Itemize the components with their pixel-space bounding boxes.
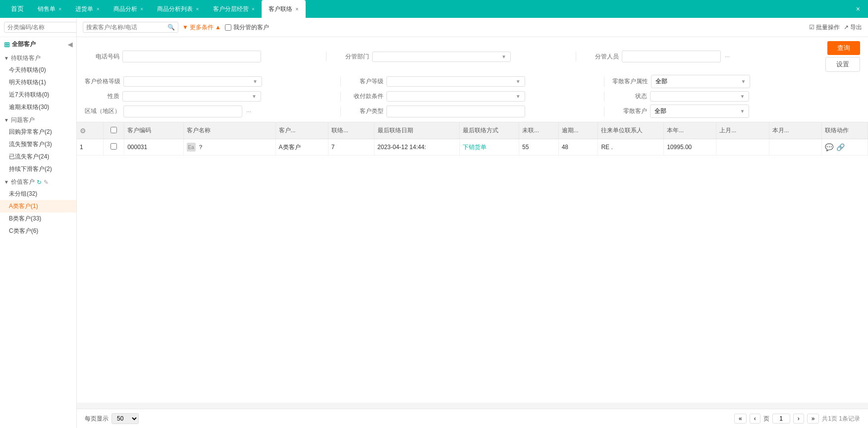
sidebar-search-input[interactable] <box>4 22 77 33</box>
filter-field-retail-attr: 零散客户属性 全部 ▼ <box>612 75 860 88</box>
tab-analysis[interactable]: 商品分析 × <box>107 0 150 18</box>
sidebar-item-churned[interactable]: 已流失客户(24) <box>0 151 76 163</box>
price-level-label: 客户价格等级 <box>85 77 120 86</box>
horizontal-scrollbar[interactable] <box>77 403 868 409</box>
col-header-year-amount: 本年... <box>664 122 716 139</box>
customer-name-text[interactable]: ？ <box>198 143 204 152</box>
settings-button[interactable]: 设置 <box>825 57 860 72</box>
tab-customer-contact[interactable]: 客户联络 × <box>262 0 305 18</box>
payment-select[interactable]: ▼ <box>386 91 525 102</box>
next-page-button[interactable]: › <box>793 414 804 424</box>
sidebar-item-churn-warning[interactable]: 流失预警客户(3) <box>0 138 76 151</box>
retail-attr-select[interactable]: 全部 ▼ <box>651 75 750 88</box>
sidebar: 🔍 ⊞ 全部客户 ◀ ▼ 待联络客户 今天待联络(0) 明天待联络(1) 近7天… <box>0 18 77 428</box>
tab-analysis-list[interactable]: 商品分析列表 × <box>150 0 206 18</box>
sidebar-item-repurchase-abnormal[interactable]: 回购异常客户(2) <box>0 126 76 138</box>
tab-customer-contact-close[interactable]: × <box>295 6 298 12</box>
first-page-button[interactable]: « <box>734 414 747 424</box>
my-customers-checkbox[interactable] <box>225 24 231 31</box>
divider <box>604 107 604 116</box>
tab-sales-close[interactable]: × <box>58 6 61 12</box>
row-last-date: 2023-04-12 14:44: <box>374 139 460 156</box>
more-dots-icon[interactable]: ··· <box>246 108 251 115</box>
customer-level-select[interactable]: ▼ <box>386 76 525 87</box>
link-icon[interactable]: 🔗 <box>836 143 845 151</box>
last-page-button[interactable]: » <box>807 414 819 424</box>
sidebar-item-overdue-contact[interactable]: 逾期未联络(30) <box>0 101 76 113</box>
arrow-down-icon: ▼ <box>4 117 9 123</box>
filter-search-input[interactable] <box>86 24 165 31</box>
table-settings-icon[interactable]: ⚙ <box>80 127 86 135</box>
filter-search-icon[interactable]: 🔍 <box>167 24 175 31</box>
customer-type-label: 客户类型 <box>349 107 383 115</box>
dept-select[interactable]: ▼ <box>372 52 511 62</box>
nav-home[interactable]: 首页 <box>4 4 31 13</box>
sidebar-group-problem-customers[interactable]: ▼ 问题客户 <box>0 113 76 126</box>
sidebar-item-b-customers[interactable]: B类客户(33) <box>0 213 76 225</box>
customer-type-input[interactable] <box>386 106 525 117</box>
caret-down-icon: ▼ <box>252 94 257 99</box>
row-prev-company: RE . <box>598 139 664 156</box>
sidebar-group-waiting-contact[interactable]: ▼ 待联络客户 <box>0 52 76 64</box>
sidebar-item-week-contact[interactable]: 近7天待联络(0) <box>0 89 76 101</box>
status-select[interactable]: ▼ <box>650 91 749 102</box>
advanced-filter-panel: 电话号码 分管部门 ▼ 分管人员 ··· <box>77 37 868 122</box>
tab-customer-segment-close[interactable]: × <box>252 6 255 12</box>
nature-select[interactable]: ▼ <box>122 91 261 102</box>
manager-input[interactable] <box>622 51 721 62</box>
col-header-check <box>103 122 124 139</box>
page-size-select[interactable]: 50 100 200 <box>111 413 139 424</box>
tab-analysis-list-close[interactable]: × <box>196 6 199 12</box>
sidebar-item-today-contact[interactable]: 今天待联络(0) <box>0 64 76 76</box>
tab-purchase-close[interactable]: × <box>96 6 99 12</box>
col-header-prev-company: 往来单位联系人 <box>598 122 664 139</box>
table-row: 1 000031 Ea ？ A类客户 7 2023-04-12 14:44: 下… <box>77 139 868 156</box>
row-contact-count: 7 <box>328 139 374 156</box>
price-level-select[interactable]: ▼ <box>123 76 262 87</box>
phone-input[interactable] <box>122 51 261 62</box>
row-uncontact: 55 <box>519 139 559 156</box>
divider <box>326 52 326 61</box>
prev-page-button[interactable]: ‹ <box>750 414 760 424</box>
divider <box>340 77 341 87</box>
tab-customer-segment[interactable]: 客户分层经营 × <box>206 0 262 18</box>
row-checkbox-cell <box>103 139 124 156</box>
more-filters-button[interactable]: ▼ 更多条件 ▲ <box>182 23 221 32</box>
caret-down-icon: ▼ <box>516 94 521 99</box>
tab-sales[interactable]: 销售单 × <box>31 0 68 18</box>
tab-purchase[interactable]: 进货单 × <box>68 0 106 18</box>
select-all-checkbox[interactable] <box>110 127 117 133</box>
query-button[interactable]: 查询 <box>827 41 860 55</box>
message-icon[interactable]: 💬 <box>825 143 833 151</box>
sidebar-item-ungrouped[interactable]: 未分组(32) <box>0 188 76 200</box>
row-checkbox[interactable] <box>110 143 117 150</box>
total-records-info: 共1页 1条记录 <box>822 415 860 423</box>
page-number-input[interactable] <box>772 414 790 424</box>
export-button[interactable]: ↗ 导出 <box>844 23 862 32</box>
row-code: 000031 <box>124 139 184 156</box>
filter-row-4: 区域（地区） ··· 客户类型 零散客户 全部 ▼ <box>85 105 860 118</box>
edit-group-icon[interactable]: ✎ <box>44 179 49 186</box>
region-label: 区域（地区） <box>85 107 120 115</box>
sidebar-item-a-customers[interactable]: A类客户(1) <box>0 200 76 213</box>
more-icon[interactable]: ··· <box>725 53 730 60</box>
all-customers-title[interactable]: ⊞ 全部客户 ◀ <box>0 37 76 52</box>
retail-customer-select[interactable]: 全部 ▼ <box>650 105 749 118</box>
my-customers-filter[interactable]: 我分管的客户 <box>225 23 269 32</box>
sidebar-collapse-button[interactable]: ◀ <box>68 41 72 48</box>
dept-label: 分管部门 <box>334 53 369 61</box>
sidebar-item-c-customers[interactable]: C类客户(6) <box>0 225 76 237</box>
sidebar-item-tomorrow-contact[interactable]: 明天待联络(1) <box>0 76 76 89</box>
sidebar-group-value-customers[interactable]: ▼ 价值客户 ↻ ✎ <box>0 175 76 188</box>
close-all-button[interactable]: × <box>856 5 864 13</box>
tab-analysis-close[interactable]: × <box>140 6 143 12</box>
filter-field-customer-level: 客户等级 ▼ <box>349 76 597 87</box>
last-method-link[interactable]: 下销货单 <box>463 144 487 151</box>
filter-field-dept: 分管部门 ▼ <box>334 52 568 62</box>
sidebar-item-declining[interactable]: 持续下滑客户(2) <box>0 163 76 175</box>
filter-actions: 查询 设置 <box>817 41 860 72</box>
refresh-icon[interactable]: ↻ <box>37 179 42 186</box>
batch-operations-button[interactable]: ☑ 批量操作 <box>809 23 840 32</box>
name-avatar: Ea <box>187 143 196 152</box>
region-input[interactable] <box>123 106 242 117</box>
